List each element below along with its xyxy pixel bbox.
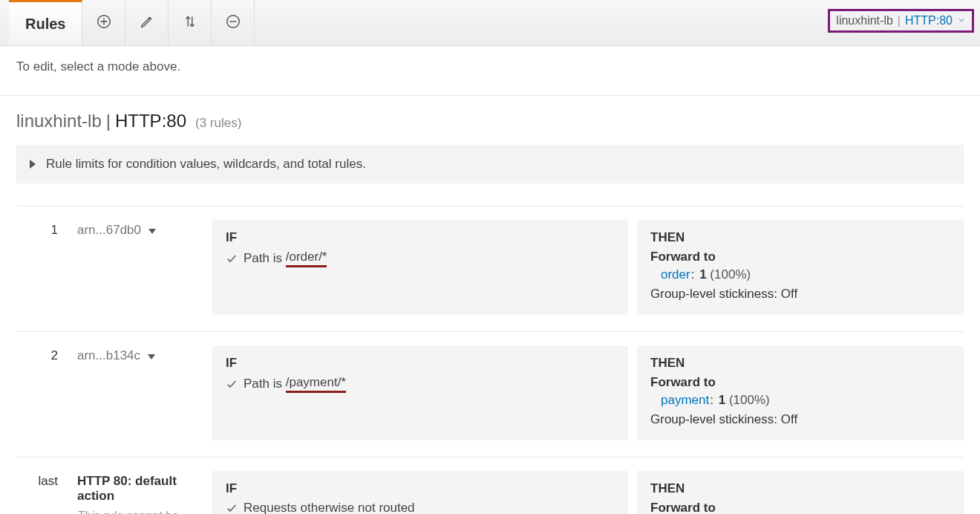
check-icon: [226, 502, 238, 514]
stickiness-row: Group-level stickiness: Off: [650, 412, 950, 427]
breadcrumb-protocol: HTTP:80: [905, 14, 953, 27]
minus-circle-icon: [225, 13, 241, 33]
then-label: THEN: [650, 481, 950, 496]
rule-if-panel: IF Path is /order/*: [212, 220, 628, 315]
stickiness-label: Group-level stickiness:: [650, 287, 777, 301]
then-label: THEN: [650, 230, 950, 245]
caret-down-icon: [148, 354, 155, 360]
plus-circle-icon: [96, 13, 112, 33]
path-label: Path is: [244, 377, 282, 391]
rules-count: (3 rules): [186, 116, 241, 131]
rule-arn-text: arn...67db0: [77, 223, 141, 238]
rule-index: 2: [16, 345, 68, 440]
rules-list: 1 arn...67db0 IF Path is /order/* THEN F…: [0, 206, 980, 514]
chevron-down-icon: [953, 14, 966, 27]
title-protocol: HTTP:80: [115, 111, 186, 131]
title-lb-name: linuxhint-lb: [16, 111, 102, 131]
add-rule-button[interactable]: [82, 0, 125, 45]
if-label: IF: [226, 356, 615, 371]
rule-row: 1 arn...67db0 IF Path is /order/* THEN F…: [16, 206, 964, 331]
rule-index: 1: [16, 220, 68, 315]
triangle-right-icon: [30, 160, 36, 169]
then-label: THEN: [650, 356, 950, 371]
tab-rules-label: Rules: [25, 16, 65, 33]
rule-row: 2 arn...b134c IF Path is /payment/* THEN…: [16, 331, 964, 457]
forward-target: order: 1 (100%): [661, 267, 950, 282]
reorder-rules-button[interactable]: [169, 0, 212, 45]
rule-arn-dropdown[interactable]: arn...b134c: [77, 345, 203, 440]
stickiness-value: Off: [781, 412, 797, 426]
rule-arn-dropdown[interactable]: arn...67db0: [77, 220, 203, 315]
rule-row-default: last HTTP 80: default action This rule c…: [16, 457, 964, 514]
default-rule-title: HTTP 80: default action: [77, 474, 203, 504]
path-label: Path is: [244, 251, 282, 266]
edit-rule-button[interactable]: [125, 0, 169, 45]
forward-target: payment: 1 (100%): [661, 393, 950, 408]
reorder-icon: [182, 13, 198, 33]
listener-title: linuxhint-lb | HTTP:80 (3 rules): [0, 95, 980, 145]
rule-index: last: [16, 471, 68, 514]
forward-to-label: Forward to: [650, 250, 950, 264]
default-rule-info: HTTP 80: default action This rule cannot…: [77, 471, 203, 514]
check-icon: [226, 253, 238, 264]
rule-if-panel: IF Requests otherwise not routed: [212, 471, 628, 514]
edit-hint-text: To edit, select a mode above.: [0, 46, 980, 95]
forward-to-label: Forward to: [650, 501, 950, 514]
target-group-link[interactable]: payment: [661, 393, 709, 407]
forward-to-label: Forward to: [650, 375, 950, 390]
target-percent: (100%): [710, 267, 751, 282]
rule-arn-text: arn...b134c: [77, 348, 140, 363]
rule-then-panel: THEN Forward to order: 1 (100%) Group-le…: [637, 220, 964, 315]
caret-down-icon: [148, 229, 156, 234]
if-label: IF: [226, 481, 615, 496]
rule-limits-expander[interactable]: Rule limits for condition values, wildca…: [16, 145, 964, 183]
stickiness-row: Group-level stickiness: Off: [650, 287, 950, 302]
title-separator: |: [102, 111, 115, 131]
stickiness-label: Group-level stickiness:: [650, 412, 777, 426]
path-value: /order/*: [286, 250, 327, 267]
rule-if-panel: IF Path is /payment/*: [212, 345, 628, 440]
rule-limits-label: Rule limits for condition values, wildca…: [46, 157, 366, 172]
breadcrumb-separator: |: [893, 14, 905, 27]
rule-then-panel: THEN Forward to payment: 1 (100%) Group-…: [637, 345, 964, 440]
rule-then-panel: THEN Forward to order: 1 (100%) Group-le…: [637, 471, 964, 514]
if-condition: Path is /payment/*: [226, 375, 615, 393]
if-condition: Path is /order/*: [226, 250, 615, 267]
pencil-icon: [139, 13, 155, 33]
requests-otherwise-text: Requests otherwise not routed: [244, 501, 415, 514]
target-weight: 1: [719, 393, 725, 407]
toolbar: Rules linuxhint-lb | HTTP:80: [0, 0, 980, 46]
tab-rules[interactable]: Rules: [9, 0, 82, 45]
target-group-link[interactable]: order: [661, 267, 690, 282]
breadcrumb-lb-name: linuxhint-lb: [836, 14, 892, 27]
path-value: /payment/*: [286, 375, 346, 393]
stickiness-value: Off: [781, 287, 797, 301]
target-weight: 1: [699, 267, 706, 282]
if-condition: Requests otherwise not routed: [226, 501, 615, 514]
check-icon: [226, 378, 238, 390]
delete-rule-button[interactable]: [212, 0, 255, 45]
default-rule-note: This rule cannot be moved or: [77, 508, 203, 514]
target-percent: (100%): [729, 393, 770, 407]
listener-breadcrumb-dropdown[interactable]: linuxhint-lb | HTTP:80: [828, 9, 974, 33]
if-label: IF: [226, 230, 615, 245]
